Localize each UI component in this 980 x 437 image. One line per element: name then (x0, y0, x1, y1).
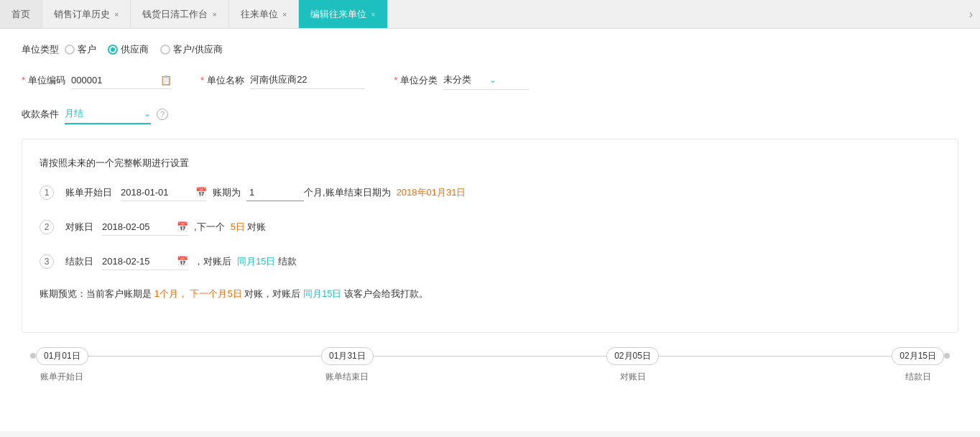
timeline-start-dot (30, 353, 36, 359)
period-date-1: 📅 (121, 184, 207, 201)
unit-type-row: 单位类型 客户 供应商 客户/供应商 (22, 43, 958, 56)
calendar-icon-2[interactable]: 📅 (177, 221, 188, 232)
tl-label-3: 对账日 (620, 371, 646, 383)
period-num-3: 3 (40, 254, 54, 269)
unit-code-label: 单位编码 (28, 74, 65, 87)
tab-sales-history[interactable]: 销售订单历史 × (42, 0, 131, 28)
tab-expand-button[interactable]: › (962, 0, 980, 28)
calendar-icon-3[interactable]: 📅 (177, 256, 188, 267)
period-settings-box: 请按照未来的一个完整帐期进行设置 1 账单开始日 📅 账期为 个月,账单结束日期… (22, 139, 958, 333)
unit-category-field: * 单位分类 未分类 ⌄ (394, 70, 530, 90)
period-row-2: 2 对账日 📅 ,下一个 5日 对账 (40, 218, 940, 236)
payment-chevron-icon: ⌄ (144, 109, 151, 119)
payment-row: 收款条件 月结 ⌄ ? (22, 104, 958, 124)
radio-supplier-label: 供应商 (121, 43, 149, 56)
tl-node-1: 01月01日 (36, 347, 88, 365)
tl-label-2: 账单结束日 (325, 371, 369, 383)
tab-home[interactable]: 首页 (0, 0, 42, 28)
unit-info-row: * 单位编码 📋 * 单位名称 * 单位分类 未分类 ⌄ (22, 70, 958, 90)
period-num-1: 1 (40, 185, 54, 200)
preview-prefix: 账期预览：当前客户账期是 (40, 288, 152, 299)
period-months-input[interactable] (246, 184, 304, 201)
period-suffix-2: 对账 (245, 221, 267, 234)
payment-label: 收款条件 (22, 108, 59, 121)
period-prefix-2: ,下一个 (194, 221, 225, 234)
unit-code-input[interactable] (71, 75, 157, 86)
timeline-section: 01月01日 账单开始日 01月31日 账单结束日 02月05日 对账日 02月… (22, 347, 958, 383)
unit-category-required: * (394, 75, 397, 86)
period-label-3: 结款日 (65, 255, 93, 268)
period-date-input-2[interactable] (102, 221, 174, 232)
tl-node-3: 02月05日 (606, 347, 659, 365)
calendar-icon-1[interactable]: 📅 (195, 187, 207, 198)
preview-section: 账期预览：当前客户账期是 1个月， 下一个月5日 对账，对账后 同月15日 该客… (40, 288, 940, 300)
unit-code-copy-icon[interactable]: 📋 (160, 75, 172, 86)
period-date-input-3[interactable] (102, 256, 174, 267)
unit-category-label: 单位分类 (400, 74, 438, 87)
unit-category-select[interactable]: 未分类 ⌄ (443, 70, 530, 90)
unit-type-field: 单位类型 客户 供应商 客户/供应商 (22, 43, 223, 56)
period-num-2: 2 (40, 220, 54, 234)
timeline-container: 01月01日 账单开始日 01月31日 账单结束日 02月05日 对账日 02月… (36, 347, 944, 383)
period-highlight-2: 5日 (231, 221, 245, 234)
unit-code-required: * (22, 75, 25, 86)
close-cash-work-icon[interactable]: × (212, 10, 216, 19)
radio-customer-supplier[interactable]: 客户/供应商 (160, 43, 223, 56)
tab-partner[interactable]: 往来单位 × (229, 0, 299, 28)
tl-node-4: 02月15日 (892, 347, 944, 365)
close-partner-icon[interactable]: × (282, 10, 287, 19)
period-suffix-1: 个月,账单结束日期为 (304, 186, 391, 199)
radio-customer-supplier-label: 客户/供应商 (173, 43, 223, 56)
close-edit-partner-icon[interactable]: × (371, 10, 375, 19)
tl-point-4: 02月15日 结款日 (892, 347, 944, 383)
unit-name-input[interactable] (250, 75, 365, 86)
close-sales-history-icon[interactable]: × (114, 10, 119, 19)
unit-code-field: * 单位编码 📋 (22, 72, 172, 89)
unit-name-input-wrapper (250, 72, 365, 89)
period-title: 请按照未来的一个完整帐期进行设置 (40, 157, 940, 170)
unit-name-field: * 单位名称 (200, 72, 365, 89)
unit-category-chevron-icon: ⌄ (489, 75, 530, 85)
unit-type-label: 单位类型 (22, 43, 59, 56)
preview-part5: 该客户会给我打款。 (344, 288, 428, 299)
timeline-points: 01月01日 账单开始日 01月31日 账单结束日 02月05日 对账日 02月… (36, 347, 944, 383)
tab-edit-partner[interactable]: 编辑往来单位 × (299, 0, 387, 28)
tl-point-1: 01月01日 账单开始日 (36, 347, 88, 383)
unit-code-input-wrapper: 📋 (71, 72, 172, 89)
payment-value: 月结 (65, 107, 138, 120)
period-date-2: 📅 (102, 218, 188, 236)
tab-cash-work[interactable]: 钱货日清工作台 × (131, 0, 228, 28)
preview-text: 账期预览：当前客户账期是 1个月， 下一个月5日 对账，对账后 同月15日 该客… (40, 288, 940, 300)
tl-point-2: 01月31日 账单结束日 (321, 347, 374, 383)
period-label-2: 对账日 (65, 221, 93, 234)
preview-part2: 下一个月5日 (190, 288, 241, 299)
tl-point-3: 02月05日 对账日 (606, 347, 659, 383)
radio-customer-label: 客户 (78, 43, 96, 56)
payment-help-icon[interactable]: ? (157, 109, 168, 120)
period-date-3: 📅 (102, 253, 188, 270)
radio-customer-circle (65, 45, 75, 55)
radio-supplier[interactable]: 供应商 (108, 43, 149, 56)
payment-select[interactable]: 月结 ⌄ (65, 104, 151, 124)
period-highlight-3: 同月15日 (237, 255, 275, 268)
unit-type-radio-group: 客户 供应商 客户/供应商 (65, 43, 223, 56)
period-suffix-3: 结款 (275, 255, 297, 268)
period-row-1: 1 账单开始日 📅 账期为 个月,账单结束日期为 2018年01月31日 (40, 184, 940, 201)
period-middle-text-1: 账期为 (213, 186, 241, 199)
period-end-date-highlight-1: 2018年01月31日 (397, 186, 466, 199)
tl-label-4: 结款日 (905, 371, 931, 383)
tl-node-2: 01月31日 (321, 347, 374, 365)
radio-supplier-circle (108, 45, 118, 55)
radio-customer[interactable]: 客户 (65, 43, 96, 56)
period-date-input-1[interactable] (121, 187, 193, 198)
tl-label-1: 账单开始日 (40, 371, 83, 383)
preview-part3: 对账，对账后 (244, 288, 300, 299)
unit-category-value: 未分类 (443, 73, 484, 86)
tab-bar: 首页 销售订单历史 × 钱货日清工作台 × 往来单位 × 编辑往来单位 × › (0, 0, 980, 29)
unit-name-required: * (200, 75, 204, 86)
radio-customer-supplier-circle (160, 45, 170, 55)
preview-part4: 同月15日 (303, 288, 341, 299)
timeline-end-dot (944, 353, 950, 359)
main-content: 单位类型 客户 供应商 客户/供应商 * 单位编码 (0, 29, 980, 431)
period-prefix-3: ，对账后 (194, 255, 231, 268)
